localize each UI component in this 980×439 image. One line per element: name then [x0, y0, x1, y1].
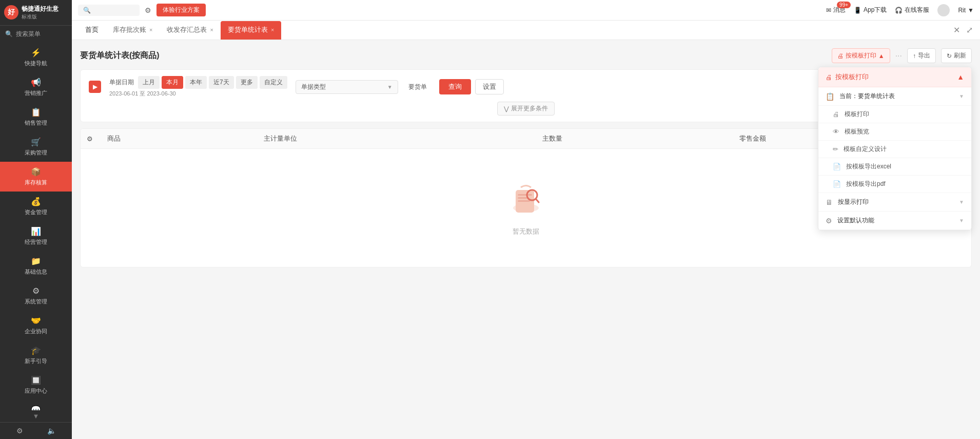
display-print-icon: 🖥 [826, 198, 833, 206]
headset-icon: 🎧 [895, 7, 903, 14]
sidebar-item-shortcuts[interactable]: ⚡ 快捷导航 [0, 43, 72, 72]
filter-expand-btn[interactable]: ▶ [89, 81, 101, 93]
query-button[interactable]: 查询 [439, 79, 471, 94]
print-chevron-icon: ▲ [878, 52, 885, 60]
date-btn-7days[interactable]: 近7天 [209, 76, 234, 89]
sidebar-item-basic[interactable]: 📁 基础信息 [0, 251, 72, 281]
col-settings[interactable]: ⚙ [81, 129, 101, 149]
print-dropdown-template-excel[interactable]: 📄 按模板导出excel [818, 158, 971, 176]
page-content: 要货单统计表(按商品) 🖨 按模板打印 ▲ ··· ↑ 导出 ↻ 刷新 [72, 40, 980, 439]
sidebar-item-operations[interactable]: 📊 经营管理 [0, 221, 72, 251]
tab-home[interactable]: 首页 [78, 21, 106, 40]
col-quantity: 主数量 [536, 129, 733, 149]
message-icon: ✉ [826, 7, 831, 14]
close-inventory-batch-tab[interactable]: × [149, 27, 152, 33]
close-receivables-tab[interactable]: × [210, 27, 213, 33]
logo-text: 畅捷通好生意 标准版 [22, 5, 58, 20]
date-buttons: 上月 本月 本年 近7天 更多 自定义 [138, 76, 287, 89]
svg-rect-3 [518, 197, 528, 199]
settings-button[interactable]: 设置 [475, 79, 504, 94]
online-service-btn[interactable]: 🎧 在线客服 [895, 6, 929, 14]
date-btn-custom[interactable]: 自定义 [260, 76, 287, 89]
avatar-image [937, 4, 950, 16]
empty-text: 暂无数据 [513, 227, 539, 236]
close-tab-btn[interactable]: ✕ [952, 24, 961, 36]
sidebar-sound-btn[interactable]: 🔈 [47, 427, 56, 435]
sidebar-item-newbie[interactable]: 🎓 新手引导 [0, 340, 72, 370]
refresh-icon: ↻ [947, 52, 952, 60]
print-dropdown-toggle[interactable]: ▲ [957, 73, 964, 81]
sidebar-nav: ⚡ 快捷导航 📢 营销推广 📋 销售管理 🛒 采购管理 📦 库存核算 💰 资金管… [0, 43, 72, 410]
export-button[interactable]: ↑ 导出 [907, 48, 936, 63]
tab-receivables[interactable]: 收发存汇总表 × [160, 21, 220, 40]
template-custom-icon: ✏ [833, 145, 838, 153]
sidebar-item-inventory[interactable]: 📦 库存核算 [0, 162, 72, 192]
sidebar-item-sales[interactable]: 📋 销售管理 [0, 102, 72, 132]
print-dropdown-default-fn[interactable]: ⚙ 设置默认功能 ▼ [818, 212, 971, 230]
print-dropdown-template-custom[interactable]: ✏ 模板自定义设计 [818, 141, 971, 158]
sidebar-item-finance[interactable]: 💰 资金管理 [0, 192, 72, 221]
print-dropdown-template-pdf[interactable]: 📄 按模板导出pdf [818, 176, 971, 193]
date-btn-last-month[interactable]: 上月 [138, 76, 160, 89]
template-excel-icon: 📄 [833, 163, 841, 170]
system-icon: ⚙ [32, 286, 40, 296]
user-dropdown-icon: ▼ [968, 7, 974, 14]
default-fn-chevron-icon: ▼ [959, 218, 964, 223]
user-name[interactable]: Rit ▼ [958, 7, 974, 14]
page-actions: 🖨 按模板打印 ▲ ··· ↑ 导出 ↻ 刷新 🖨 [832, 48, 972, 63]
wechat-icon: 💬 [31, 405, 41, 410]
tab-order-stats[interactable]: 要货单统计表 × [221, 21, 281, 40]
date-filter-label: 单据日期 [109, 78, 134, 87]
empty-illustration [505, 180, 546, 221]
topbar-gear-icon[interactable]: ⚙ [145, 6, 151, 14]
print-dropdown-printer-icon: 🖨 [826, 73, 832, 81]
template-pdf-icon: 📄 [833, 180, 841, 188]
date-btn-more[interactable]: 更多 [236, 76, 258, 89]
sidebar-footer: ⚙ 🔈 [0, 422, 72, 439]
date-filter-group: 单据日期 上月 本月 本年 近7天 更多 自定义 2023-06-01 至 20… [109, 76, 287, 98]
template-print-icon: 🖨 [833, 110, 839, 118]
order-label-group: 要货单 [408, 83, 427, 91]
sidebar-item-collab[interactable]: 🤝 企业协同 [0, 311, 72, 340]
close-order-stats-tab[interactable]: × [271, 27, 274, 33]
current-chevron-icon: ▼ [959, 93, 964, 99]
print-more-icon[interactable]: ··· [895, 51, 902, 61]
user-avatar[interactable] [937, 4, 950, 16]
col-product: 商品 [101, 129, 258, 149]
doc-type-select[interactable]: 单据类型 ▼ [296, 80, 398, 94]
print-button[interactable]: 🖨 按模板打印 ▲ [832, 48, 890, 63]
expand-more-button[interactable]: ⋁ 展开更多条件 [497, 102, 555, 116]
messages-btn[interactable]: ✉ 消息 99+ [826, 6, 846, 14]
expand-more-icon: ⋁ [504, 105, 509, 112]
order-filter-label: 要货单 [408, 83, 427, 91]
tabs-right-actions: ✕ ⤢ [952, 24, 974, 36]
export-icon: ↑ [913, 52, 916, 60]
date-btn-this-year[interactable]: 本年 [185, 76, 207, 89]
app-download-btn[interactable]: 📱 App下载 [854, 6, 887, 14]
solution-button[interactable]: 体验行业方案 [156, 4, 206, 16]
operations-icon: 📊 [31, 226, 41, 236]
expand-tab-btn[interactable]: ⤢ [965, 24, 974, 36]
page-title: 要货单统计表(按商品) [80, 50, 160, 61]
refresh-button[interactable]: ↻ 刷新 [941, 48, 972, 63]
print-dropdown-header: 🖨 按模板打印 ▲ [818, 67, 971, 87]
print-dropdown-display-print[interactable]: 🖥 按显示打印 ▼ [818, 193, 971, 212]
sidebar-scroll-down[interactable]: ▼ [0, 410, 72, 422]
sidebar-item-system[interactable]: ⚙ 系统管理 [0, 281, 72, 311]
sidebar-item-appstore[interactable]: 🔲 应用中心 [0, 370, 72, 400]
topbar: 🔍 ⚙ 体验行业方案 ✉ 消息 99+ 📱 App下载 🎧 在线客服 [72, 0, 980, 21]
sidebar-settings-btn[interactable]: ⚙ [16, 427, 23, 435]
sidebar-item-wechat[interactable]: 💬 企业微信 [0, 400, 72, 410]
tab-inventory-batch[interactable]: 库存批次账 × [106, 21, 160, 40]
print-dropdown-current[interactable]: 📋 当前：要货单统计表 ▼ [818, 87, 971, 106]
date-btn-this-month[interactable]: 本月 [162, 76, 183, 89]
topbar-search-icon: 🔍 [83, 7, 91, 14]
display-print-chevron-icon: ▼ [959, 199, 964, 205]
print-dropdown-template-preview[interactable]: 👁 模板预览 [818, 123, 971, 141]
main-area: 🔍 ⚙ 体验行业方案 ✉ 消息 99+ 📱 App下载 🎧 在线客服 [72, 0, 980, 439]
sidebar-item-purchase[interactable]: 🛒 采购管理 [0, 132, 72, 162]
topbar-search[interactable]: 🔍 [78, 5, 140, 16]
print-dropdown-template-print[interactable]: 🖨 模板打印 [818, 106, 971, 123]
sidebar-search[interactable]: 🔍 搜索菜单 [0, 26, 72, 43]
sidebar-item-marketing[interactable]: 📢 营销推广 [0, 72, 72, 102]
